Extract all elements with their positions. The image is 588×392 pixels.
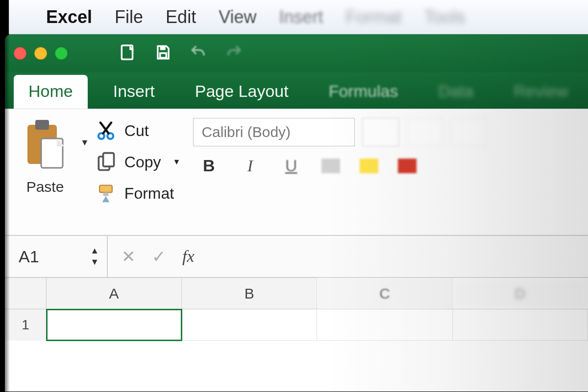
svg-rect-4 — [35, 120, 49, 130]
row-header-1[interactable]: 1 — [5, 309, 47, 341]
tab-insert[interactable]: Insert — [98, 75, 170, 109]
app-name[interactable]: Excel — [46, 7, 92, 27]
select-all-corner[interactable] — [5, 278, 47, 309]
italic-button[interactable]: I — [239, 157, 261, 175]
copy-button[interactable]: Copy ▼ — [95, 151, 181, 173]
font-color-button[interactable] — [398, 159, 416, 173]
cell-b1[interactable] — [182, 309, 317, 341]
underline-button[interactable]: U — [280, 156, 302, 175]
zoom-window-button[interactable] — [55, 47, 68, 60]
quick-access-toolbar — [119, 43, 243, 64]
window-titlebar — [5, 34, 588, 72]
menu-edit[interactable]: Edit — [166, 7, 196, 27]
svg-rect-11 — [103, 192, 108, 196]
enter-formula-icon[interactable]: ✓ — [152, 247, 166, 266]
tab-page-layout[interactable]: Page Layout — [180, 75, 303, 109]
menu-file[interactable]: File — [115, 7, 143, 27]
font-name-value: Calibri (Body) — [201, 124, 291, 140]
increase-font-button[interactable] — [407, 118, 443, 146]
menu-tools[interactable]: Tools — [424, 7, 466, 27]
copy-dropdown-icon[interactable]: ▼ — [173, 158, 181, 166]
new-workbook-icon[interactable] — [119, 43, 137, 64]
format-painter-label: Format — [124, 184, 174, 203]
name-box[interactable]: A1 ▲▼ — [5, 236, 108, 277]
tab-formulas[interactable]: Formulas — [314, 75, 413, 109]
macos-menubar: Excel File Edit View Insert Format Tools — [9, 0, 588, 34]
menu-format[interactable]: Format — [346, 7, 402, 27]
window-controls — [14, 47, 68, 60]
ribbon-tabs: Home Insert Page Layout Formulas Data Re… — [5, 72, 588, 109]
border-button[interactable] — [321, 159, 340, 173]
cell-c1[interactable] — [317, 309, 452, 341]
tab-home[interactable]: Home — [14, 75, 88, 109]
formula-bar-row: A1 ▲▼ ✕ ✓ fx — [5, 236, 588, 278]
column-header-b[interactable]: B — [182, 278, 317, 309]
save-icon[interactable] — [154, 43, 172, 64]
cut-button[interactable]: Cut — [95, 120, 181, 141]
svg-rect-9 — [103, 153, 114, 167]
tab-review[interactable]: Review — [499, 75, 583, 109]
ribbon-home-panel: Paste ▼ Cut — [5, 109, 588, 236]
svg-rect-1 — [160, 46, 166, 50]
cancel-formula-icon[interactable]: ✕ — [122, 247, 135, 266]
clipboard-group: Paste ▼ Cut — [16, 117, 180, 229]
minimize-window-button[interactable] — [34, 47, 47, 60]
close-window-button[interactable] — [14, 47, 26, 60]
excel-window: Home Insert Page Layout Formulas Data Re… — [5, 34, 588, 392]
decrease-font-button[interactable] — [451, 118, 487, 146]
copy-label: Copy — [124, 153, 161, 171]
redo-icon[interactable] — [224, 43, 243, 64]
paste-dropdown-icon[interactable]: ▼ — [80, 138, 89, 148]
font-size-combo[interactable] — [363, 118, 399, 146]
fill-color-button[interactable] — [360, 159, 378, 173]
svg-rect-2 — [160, 53, 167, 58]
column-header-d[interactable]: D — [453, 278, 588, 309]
menu-view[interactable]: View — [219, 7, 256, 27]
menu-insert[interactable]: Insert — [279, 7, 323, 27]
spreadsheet-grid[interactable]: A B C D 1 — [5, 278, 588, 392]
column-header-c[interactable]: C — [317, 278, 452, 309]
bold-button[interactable]: B — [198, 156, 220, 175]
cell-d1[interactable] — [453, 309, 588, 341]
paste-button[interactable]: Paste — [16, 117, 74, 195]
column-headers: A B C D — [5, 278, 588, 309]
undo-icon[interactable] — [189, 43, 208, 64]
cut-label: Cut — [124, 122, 149, 140]
font-name-combo[interactable]: Calibri (Body) — [193, 118, 355, 146]
column-header-a[interactable]: A — [47, 278, 182, 309]
tab-data[interactable]: Data — [423, 75, 488, 109]
name-box-value: A1 — [19, 247, 39, 266]
insert-function-button[interactable]: fx — [182, 247, 195, 266]
svg-rect-10 — [99, 185, 112, 193]
paste-label: Paste — [26, 179, 64, 195]
cell-a1[interactable] — [47, 309, 182, 341]
format-painter-button[interactable]: Format — [95, 183, 181, 204]
name-box-stepper-icon[interactable]: ▲▼ — [90, 246, 99, 267]
font-group: Calibri (Body) B I U — [193, 117, 583, 229]
